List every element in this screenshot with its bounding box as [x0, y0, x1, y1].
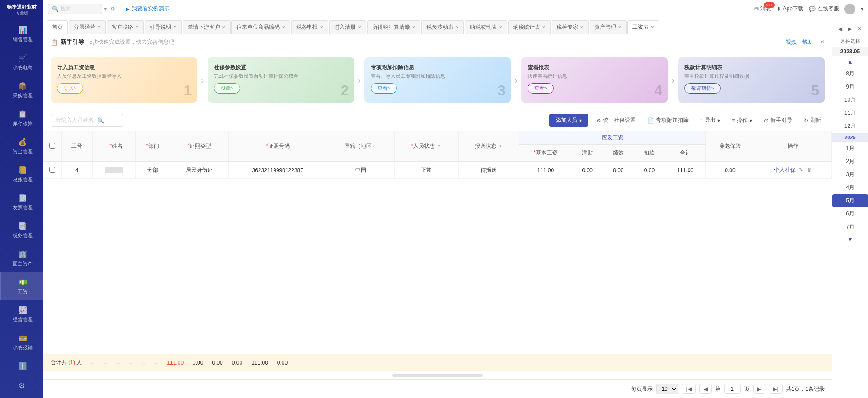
- sidebar-item-采购管理[interactable]: 📦 采购管理: [0, 76, 43, 104]
- month-item-5-active[interactable]: 5月: [832, 194, 868, 207]
- tab-close-icon[interactable]: ✕: [618, 25, 622, 30]
- search-submit-icon[interactable]: 🔍: [97, 117, 104, 124]
- avatar[interactable]: [844, 4, 855, 14]
- sort-icon[interactable]: ↕: [105, 143, 108, 149]
- sidebar-item-销售管理[interactable]: 📊 销售管理: [0, 20, 43, 48]
- sidebar-item-工资[interactable]: 💵 工资: [0, 272, 43, 300]
- month-item-11[interactable]: 11月: [832, 107, 868, 120]
- tab-close-icon[interactable]: ✕: [651, 25, 654, 30]
- sidebar-item-总账管理[interactable]: 📒 总账管理: [0, 160, 43, 188]
- month-prev-nav[interactable]: ▲: [845, 56, 855, 67]
- sidebar-item-固定资产[interactable]: 🏢 固定资产: [0, 244, 43, 272]
- tab-12[interactable]: 税检专家✕: [552, 20, 589, 34]
- sidebar-item-小畅报销[interactable]: 💳 小畅报销: [0, 328, 43, 356]
- sidebar-item-小畅电商[interactable]: 🛒 小畅电商: [0, 48, 43, 76]
- first-page-button[interactable]: |◀: [682, 384, 695, 394]
- tab-prev-arrow[interactable]: ◀: [835, 24, 845, 34]
- step-btn-2[interactable]: 设置>: [214, 83, 240, 94]
- sidebar-item-发票管理[interactable]: 🧾 发票管理: [0, 188, 43, 216]
- app-download-button[interactable]: ⬇ App下载: [777, 5, 803, 13]
- staff-search-input[interactable]: 请输入人员姓名 🔍: [51, 114, 123, 127]
- month-item-8[interactable]: 8月: [832, 67, 868, 80]
- tab-close-icon[interactable]: ✕: [499, 25, 502, 30]
- prev-page-button[interactable]: ◀: [699, 384, 712, 394]
- sidebar-item-资金管理[interactable]: 💰 资金管理: [0, 132, 43, 160]
- tab-13[interactable]: 资产管理✕: [590, 20, 627, 34]
- settings-icon[interactable]: ⚙: [110, 6, 115, 12]
- tab-3[interactable]: 引导说明✕: [145, 20, 182, 34]
- tab-6[interactable]: 税务申报✕: [291, 20, 328, 34]
- sidebar-item-经营管理[interactable]: 📈 经营管理: [0, 300, 43, 328]
- refresh-button[interactable]: ↻ 刷新: [800, 115, 825, 126]
- horizontal-scrollbar[interactable]: [392, 374, 483, 377]
- help-link[interactable]: 帮助: [802, 38, 813, 46]
- demo-link[interactable]: ▶ 我要看实例演示: [126, 5, 170, 13]
- delete-icon[interactable]: 🗑: [807, 167, 812, 173]
- tab-14[interactable]: 工资表✕: [627, 20, 659, 34]
- operations-button[interactable]: ≡ 操作 ▾: [728, 115, 756, 126]
- guide-button[interactable]: ⊙ 新手引导: [760, 115, 796, 126]
- tab-close-icon[interactable]: ✕: [455, 25, 459, 30]
- step-btn-3[interactable]: 查看>: [371, 83, 397, 94]
- month-item-1[interactable]: 1月: [832, 142, 868, 155]
- tab-close-icon[interactable]: ✕: [320, 25, 323, 30]
- month-item-7[interactable]: 7月: [832, 220, 868, 234]
- tab-0[interactable]: 首页: [47, 20, 68, 34]
- step-btn-4[interactable]: 查看>: [528, 83, 554, 94]
- tab-close-icon[interactable]: ✕: [580, 25, 584, 30]
- add-staff-button[interactable]: 添加人员 ▾: [549, 114, 588, 127]
- tab-11[interactable]: 纳税统计表✕: [508, 20, 551, 34]
- tab-close-icon[interactable]: ✕: [97, 25, 101, 30]
- tab-9[interactable]: 税负波动表✕: [421, 20, 464, 34]
- tab-close-icon[interactable]: ✕: [135, 25, 139, 30]
- tab-close-icon[interactable]: ✕: [542, 25, 546, 30]
- video-link[interactable]: 视频: [786, 38, 797, 46]
- edit-icon[interactable]: ✎: [799, 167, 803, 173]
- month-item-9[interactable]: 9月: [832, 80, 868, 94]
- month-item-4[interactable]: 4月: [832, 181, 868, 194]
- unified-settings-button[interactable]: ⚙ 统一社保设置: [593, 115, 639, 126]
- personal-insurance-link[interactable]: 个人社保: [774, 167, 796, 173]
- next-page-button[interactable]: ▶: [753, 384, 765, 394]
- tab-close-icon[interactable]: ✕: [173, 25, 177, 30]
- tab-1[interactable]: 分层经营✕: [69, 20, 106, 34]
- sidebar-item-库存核算[interactable]: 📋 库存核算: [0, 104, 43, 132]
- dropdown-icon[interactable]: ▾: [104, 6, 107, 12]
- export-button[interactable]: ↑ 导出 ▾: [697, 115, 724, 126]
- special-deduction-button[interactable]: 📄 专项附加扣除: [644, 115, 692, 126]
- tab-7[interactable]: 进入清册✕: [329, 20, 366, 34]
- step-btn-1[interactable]: 导入>: [57, 83, 83, 94]
- month-item-12[interactable]: 12月: [832, 120, 868, 133]
- month-next-nav[interactable]: ▼: [845, 234, 855, 244]
- step-btn-5[interactable]: 敬请期待>: [684, 83, 721, 94]
- sidebar-item-税务管理[interactable]: 📑 税务管理: [0, 216, 43, 244]
- select-all-checkbox[interactable]: [49, 143, 55, 149]
- tab-10[interactable]: 纳税波动表✕: [465, 20, 507, 34]
- month-item-3[interactable]: 3月: [832, 168, 868, 181]
- user-menu-button[interactable]: ▾: [861, 6, 863, 12]
- tab-close-all[interactable]: ✕: [854, 24, 864, 34]
- tab-close-icon[interactable]: ✕: [222, 25, 226, 30]
- topbar-search[interactable]: 🔍 搜索: [48, 4, 102, 14]
- settings-icon[interactable]: ⚙: [15, 378, 28, 393]
- page-input[interactable]: [724, 384, 741, 394]
- row-checkbox[interactable]: [49, 167, 55, 173]
- tab-4[interactable]: 邀请下游客户✕: [183, 20, 231, 34]
- per-page-select[interactable]: 10 20 50: [656, 384, 678, 394]
- tab-close-icon[interactable]: ✕: [282, 25, 285, 30]
- tab-close-icon[interactable]: ✕: [412, 25, 415, 30]
- tab-next-arrow[interactable]: ▶: [845, 24, 854, 34]
- tab-8[interactable]: 所得税汇算清缴✕: [367, 20, 420, 34]
- month-item-10[interactable]: 10月: [832, 94, 868, 107]
- tab-2[interactable]: 客户联络✕: [107, 20, 144, 34]
- sidebar-item-基础信息[interactable]: ℹ️ 基础信息: [0, 356, 43, 373]
- guide-close-icon[interactable]: ✕: [820, 39, 825, 45]
- message-button[interactable]: ✉ 消息 99+: [754, 5, 771, 13]
- last-page-button[interactable]: ▶|: [769, 384, 783, 394]
- filter-icon[interactable]: ▼: [498, 143, 503, 149]
- tab-5[interactable]: 往来单位商品编码✕: [231, 20, 290, 34]
- month-item-2[interactable]: 2月: [832, 155, 868, 168]
- online-service-button[interactable]: 💬 在线客服: [809, 5, 839, 13]
- month-item-6[interactable]: 6月: [832, 207, 868, 220]
- filter-icon[interactable]: ▼: [436, 143, 442, 149]
